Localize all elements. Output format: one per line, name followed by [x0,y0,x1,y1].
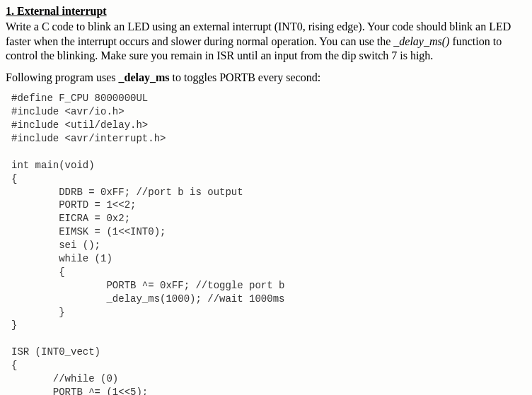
following-part1: Following program uses [6,71,119,83]
following-intro: Following program uses _delay_ms to togg… [6,71,526,85]
following-part2: to toggles PORTB every second: [170,71,321,83]
code-listing: #define F_CPU 8000000UL #include <avr/io… [11,92,526,395]
problem-statement: Write a C code to blink an LED using an … [6,20,526,63]
function-name-italic: _delay_ms() [393,35,449,47]
function-name-bold: _delay_ms [119,71,170,83]
section-heading: 1. External interrupt [6,4,526,18]
